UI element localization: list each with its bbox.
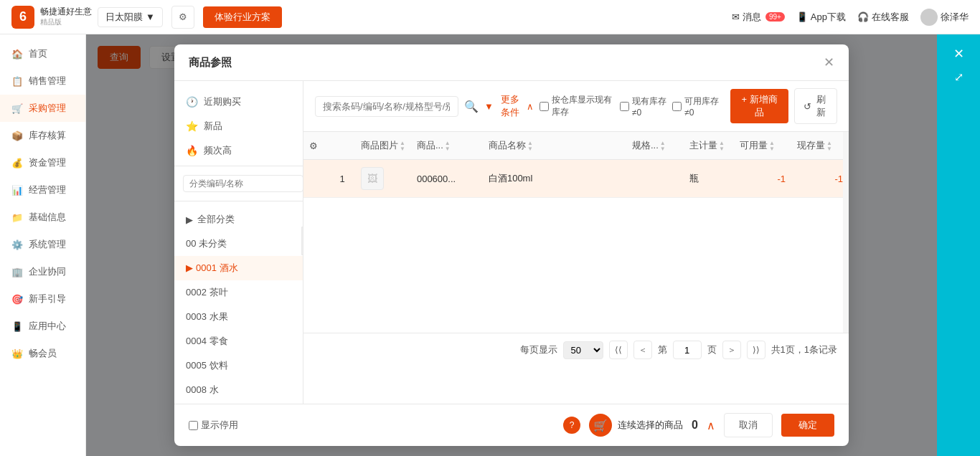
per-page-select[interactable]: 50 10 20 100 xyxy=(563,341,603,359)
enterprise-icon: 🏢 xyxy=(11,267,23,277)
refresh-button[interactable]: ↺ 刷新 xyxy=(794,88,837,124)
col-settings[interactable]: ⚙ xyxy=(303,132,329,160)
warehouse-checkbox[interactable] xyxy=(540,102,549,111)
user-menu[interactable]: 徐泽华 xyxy=(920,9,969,26)
sidebar-item-inventory[interactable]: 📦 库存核算 xyxy=(0,122,85,149)
available-checkbox-label[interactable]: 可用库存≠0 xyxy=(672,95,719,118)
prev-page-button[interactable]: ＜ xyxy=(633,341,652,359)
category-search-row: 🔍 xyxy=(174,169,303,198)
header-right: ✉ 消息 99+ 📱 App下载 🎧 在线客服 徐泽华 xyxy=(732,9,969,26)
product-table-container: ⚙ 商品图片▲▼ 商品...▲▼ xyxy=(303,132,849,333)
sidebar-item-home[interactable]: 🏠 首页 xyxy=(0,40,85,67)
sidebar-item-basic[interactable]: 📁 基础信息 xyxy=(0,204,85,231)
sidebar-label-sales: 销售管理 xyxy=(29,75,66,87)
show-disabled-label[interactable]: 显示停用 xyxy=(189,419,238,432)
add-product-button[interactable]: + 新增商品 xyxy=(730,89,788,123)
row-spec xyxy=(626,160,684,198)
filter-more-button[interactable]: ▼ 更多条件 ∧ xyxy=(484,93,534,119)
product-search-input[interactable] xyxy=(315,96,458,117)
online-service-button[interactable]: 🎧 在线客服 xyxy=(857,11,909,24)
row-num: 1 xyxy=(329,160,355,198)
home-icon: 🏠 xyxy=(11,49,23,60)
sidebar-item-enterprise[interactable]: 🏢 企业协同 xyxy=(0,258,85,285)
settings-button[interactable]: ⚙ xyxy=(171,6,194,29)
sidebar-item-system[interactable]: ⚙️ 系统管理 xyxy=(0,231,85,258)
system-icon: ⚙️ xyxy=(11,239,23,250)
teal-panel: ✕ ⤢ xyxy=(937,34,980,456)
modal-body: 🕐 近期购买 ⭐ 新品 🔥 频次高 xyxy=(174,81,849,404)
category-0005[interactable]: 0005 饮料 xyxy=(174,353,303,378)
logo-icon: 6 xyxy=(11,6,34,29)
col-unit-header[interactable]: 主计量▲▼ xyxy=(684,132,734,160)
col-spec-header[interactable]: 规格...▲▼ xyxy=(626,132,684,160)
warehouse-checkbox-label[interactable]: 按仓库显示现有库存 xyxy=(540,94,614,118)
cart-icon[interactable]: 🛒 xyxy=(589,414,612,437)
row-available: -1 xyxy=(734,160,791,198)
message-button[interactable]: ✉ 消息 99+ xyxy=(732,11,785,24)
cart-collapse-icon[interactable]: ∧ xyxy=(707,419,715,432)
category-search-input[interactable] xyxy=(183,175,303,192)
nav-new[interactable]: ⭐ 新品 xyxy=(174,114,303,138)
close-icon[interactable]: ✕ xyxy=(953,46,964,62)
col-code-header[interactable]: 商品...▲▼ xyxy=(411,132,483,160)
existing-checkbox[interactable] xyxy=(620,102,629,111)
sidebar-item-vip[interactable]: 👑 畅会员 xyxy=(0,340,85,367)
sidebar-item-guide[interactable]: 🎯 新手引导 xyxy=(0,285,85,313)
expand-icon: ▶ xyxy=(186,214,193,225)
category-00[interactable]: 00 未分类 xyxy=(174,232,303,256)
filter-more-label: 更多条件 xyxy=(496,93,524,119)
category-0003[interactable]: 0003 水果 xyxy=(174,305,303,329)
search-icon[interactable]: 🔍 xyxy=(464,100,479,113)
new-icon: ⭐ xyxy=(186,120,198,132)
logo-area: 6 畅捷通好生意 精品版 xyxy=(11,6,98,29)
col-stock-header[interactable]: 现存量▲▼ xyxy=(791,132,849,160)
brand-sub: 精品版 xyxy=(40,17,92,27)
table-row[interactable]: 1 🖼 000600... 白酒100ml xyxy=(303,160,849,198)
category-0001[interactable]: ▶0001 酒水 xyxy=(174,256,303,280)
cart-area: 🛒 连续选择的商品 0 ∧ xyxy=(589,414,715,437)
category-0010[interactable]: 0010 家电 xyxy=(174,402,303,404)
page-number-input[interactable] xyxy=(673,341,702,359)
recent-icon: 🕐 xyxy=(186,96,198,108)
existing-checkbox-label[interactable]: 现有库存≠0 xyxy=(620,95,666,118)
experience-button[interactable]: 体验行业方案 xyxy=(203,6,282,28)
show-disabled-checkbox[interactable] xyxy=(189,421,198,430)
sidebar-item-operation[interactable]: 📊 经营管理 xyxy=(0,176,85,204)
sidebar-item-purchase[interactable]: 🛒 采购管理 xyxy=(0,95,85,122)
cart-label: 连续选择的商品 xyxy=(618,419,683,432)
sidebar-item-finance[interactable]: 💰 资金管理 xyxy=(0,149,85,176)
cancel-button[interactable]: 取消 xyxy=(724,413,773,437)
sidebar-item-sales[interactable]: 📋 销售管理 xyxy=(0,67,85,95)
help-icon[interactable]: ? xyxy=(563,417,580,434)
table-scrollbar[interactable] xyxy=(843,132,849,333)
table-body: 1 🖼 000600... 白酒100ml xyxy=(303,160,849,198)
store-selector[interactable]: 日太阳膜 ▼ xyxy=(98,7,163,27)
category-all-label: 全部分类 xyxy=(197,213,235,226)
app-download-button[interactable]: 📱 App下载 xyxy=(796,11,846,24)
row-unit: 瓶 xyxy=(684,160,734,198)
col-name-header[interactable]: 商品名称▲▼ xyxy=(483,132,626,160)
expand-icon-right[interactable]: ⤢ xyxy=(954,70,963,84)
sidebar-item-appstore[interactable]: 📱 应用中心 xyxy=(0,313,85,340)
first-page-button[interactable]: ⟨⟨ xyxy=(609,341,628,359)
col-avail-header[interactable]: 可用量▲▼ xyxy=(734,132,791,160)
category-0002[interactable]: 0002 茶叶 xyxy=(174,280,303,305)
nav-frequent[interactable]: 🔥 频次高 xyxy=(174,138,303,163)
sidebar-label-inventory: 库存核算 xyxy=(29,129,66,142)
frequent-icon: 🔥 xyxy=(186,145,198,156)
category-0004[interactable]: 0004 零食 xyxy=(174,329,303,353)
sidebar-label-finance: 资金管理 xyxy=(29,156,66,169)
next-page-button[interactable]: ＞ xyxy=(722,341,741,359)
sidebar-label-purchase: 采购管理 xyxy=(29,102,66,115)
divider2 xyxy=(174,201,303,201)
sidebar-label-guide: 新手引导 xyxy=(29,293,66,305)
product-table: ⚙ 商品图片▲▼ 商品...▲▼ xyxy=(303,132,849,198)
available-checkbox[interactable] xyxy=(672,102,682,111)
confirm-button[interactable]: 确定 xyxy=(781,414,834,437)
category-all[interactable]: ▶ 全部分类 xyxy=(174,207,303,232)
modal-close-button[interactable]: ✕ xyxy=(824,54,834,70)
category-0008[interactable]: 0008 水 xyxy=(174,378,303,402)
table-header: ⚙ 商品图片▲▼ 商品...▲▼ xyxy=(303,132,849,160)
nav-recent[interactable]: 🕐 近期购买 xyxy=(174,90,303,114)
last-page-button[interactable]: ⟩⟩ xyxy=(747,341,765,359)
